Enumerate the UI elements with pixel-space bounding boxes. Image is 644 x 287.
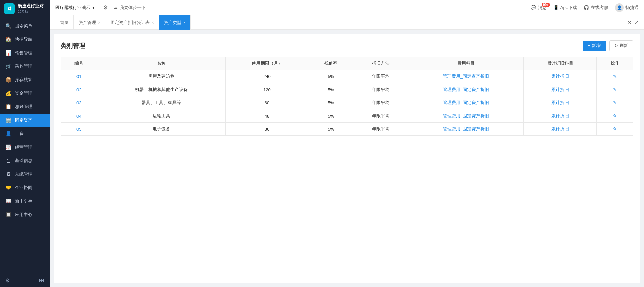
cell-link-0-5[interactable]: 管理费用_固定资产折旧	[443, 74, 489, 79]
td-2-6[interactable]: 累计折旧	[524, 96, 597, 109]
inventory-icon: 📦	[5, 77, 11, 83]
th-4: 折旧方法	[354, 57, 408, 70]
td-3-7[interactable]: ✎	[597, 109, 633, 123]
new-button[interactable]: + 新增	[583, 41, 606, 51]
capital-icon: 💰	[5, 90, 11, 96]
tab-3[interactable]: 资产类型×	[159, 15, 191, 30]
payroll-icon: 👤	[5, 131, 11, 137]
sidebar-item-operations[interactable]: 📈 经营管理	[0, 140, 50, 154]
sidebar-item-system[interactable]: ⚙ 系统管理	[0, 167, 50, 181]
cell-link-3-6[interactable]: 累计折旧	[551, 113, 569, 118]
cell-link-2-0[interactable]: 03	[76, 100, 81, 105]
tabbar: 首页资产管理×固定资产折旧统计表×资产类型× ✕ ⤢	[50, 15, 644, 30]
sidebar-item-label: 销售管理	[15, 50, 32, 56]
sidebar-item-label: 工资	[15, 131, 24, 137]
edit-icon-0[interactable]: ✎	[613, 74, 617, 79]
cell-link-0-6[interactable]: 累计折旧	[551, 74, 569, 79]
tab-1[interactable]: 资产管理×	[74, 15, 105, 30]
sidebar-item-purchase[interactable]: 🛒 采购管理	[0, 60, 50, 73]
experience-btn[interactable]: ☁ 我要体验一下	[113, 5, 146, 11]
collapse-icon[interactable]: ⏮	[39, 278, 44, 284]
sidebar-item-quicknav[interactable]: 🏠 快捷导航	[0, 33, 50, 46]
sidebar-logo: 财 畅捷通好业财 普及版	[0, 0, 50, 18]
td-3-0[interactable]: 04	[61, 109, 97, 123]
sidebar-item-label: 基础信息	[15, 158, 32, 164]
tab-close-3[interactable]: ×	[183, 20, 186, 25]
td-1-0[interactable]: 02	[61, 83, 97, 96]
cell-link-4-5[interactable]: 管理费用_固定资产折旧	[443, 126, 489, 131]
td-4-0[interactable]: 05	[61, 123, 97, 136]
sidebar-item-ledger[interactable]: 📋 总账管理	[0, 100, 50, 114]
cell-link-4-0[interactable]: 05	[76, 127, 81, 132]
sidebar-item-collab[interactable]: 🤝 企业协同	[0, 181, 50, 194]
td-3-6[interactable]: 累计折旧	[524, 109, 597, 123]
td-3-1: 运输工具	[97, 109, 226, 123]
purchase-icon: 🛒	[5, 63, 11, 69]
user-menu[interactable]: 👤 畅捷通	[615, 3, 639, 12]
edit-icon-3[interactable]: ✎	[613, 113, 617, 119]
td-4-5[interactable]: 管理费用_固定资产折旧	[408, 123, 524, 136]
td-1-3: 5%	[308, 83, 354, 96]
expand-window-icon[interactable]: ⤢	[634, 19, 639, 26]
edit-icon-4[interactable]: ✎	[613, 126, 617, 132]
sidebar-item-fixed[interactable]: 🏢 固定资产	[0, 114, 50, 127]
app-download-btn[interactable]: 📱 App下载	[553, 5, 577, 11]
table-row: 01房屋及建筑物2405%年限平均管理费用_固定资产折旧累计折旧✎	[61, 70, 633, 83]
td-4-7[interactable]: ✎	[597, 123, 633, 136]
td-0-7[interactable]: ✎	[597, 70, 633, 83]
td-0-5[interactable]: 管理费用_固定资产折旧	[408, 70, 524, 83]
gear-icon[interactable]: ⚙	[103, 4, 108, 11]
sidebar-item-base[interactable]: 🗂 基础信息	[0, 154, 50, 167]
td-3-5[interactable]: 管理费用_固定资产折旧	[408, 109, 524, 123]
td-4-6[interactable]: 累计折旧	[524, 123, 597, 136]
td-1-5[interactable]: 管理费用_固定资产折旧	[408, 83, 524, 96]
cell-link-3-5[interactable]: 管理费用_固定资产折旧	[443, 113, 489, 118]
sidebar-item-capital[interactable]: 💰 资金管理	[0, 87, 50, 100]
td-1-6[interactable]: 累计折旧	[524, 83, 597, 96]
cell-link-3-0[interactable]: 04	[76, 114, 81, 119]
table-body: 01房屋及建筑物2405%年限平均管理费用_固定资产折旧累计折旧✎02机器、机械…	[61, 70, 633, 136]
table-row: 05电子设备365%年限平均管理费用_固定资产折旧累计折旧✎	[61, 123, 633, 136]
topbar: 医疗器械行业演示 ▾ ⚙ ☁ 我要体验一下 💬 消息 99+ 📱 App下载 🎧…	[50, 0, 644, 15]
tab-close-1[interactable]: ×	[98, 20, 100, 25]
th-5: 费用科目	[408, 57, 524, 70]
phone-icon: 📱	[553, 5, 559, 10]
th-1: 名称	[97, 57, 226, 70]
td-1-7[interactable]: ✎	[597, 83, 633, 96]
tab-0[interactable]: 首页	[55, 15, 74, 30]
tab-2[interactable]: 固定资产折旧统计表×	[105, 15, 159, 30]
td-2-5[interactable]: 管理费用_固定资产折旧	[408, 96, 524, 109]
refresh-button[interactable]: ↻ 刷新	[609, 40, 633, 51]
close-window-icon[interactable]: ✕	[627, 19, 632, 26]
cell-link-0-0[interactable]: 01	[76, 74, 81, 79]
td-4-2: 36	[226, 123, 308, 136]
sidebar-item-sales[interactable]: 📊 销售管理	[0, 46, 50, 60]
cell-link-2-6[interactable]: 累计折旧	[551, 100, 569, 105]
td-0-6[interactable]: 累计折旧	[524, 70, 597, 83]
cell-link-2-5[interactable]: 管理费用_固定资产折旧	[443, 100, 489, 105]
edit-icon-2[interactable]: ✎	[613, 100, 617, 105]
sidebar-item-payroll[interactable]: 👤 工资	[0, 127, 50, 140]
edit-icon-1[interactable]: ✎	[613, 87, 617, 92]
online-service-btn[interactable]: 🎧 在线客服	[584, 5, 608, 11]
cell-link-1-5[interactable]: 管理费用_固定资产折旧	[443, 87, 489, 92]
notifications-btn[interactable]: 💬 消息 99+	[531, 5, 547, 11]
logo-badge: 普及版	[18, 9, 44, 14]
sidebar-item-inventory[interactable]: 📦 库存核算	[0, 73, 50, 87]
td-2-0[interactable]: 03	[61, 96, 97, 109]
cell-link-1-0[interactable]: 02	[76, 87, 81, 92]
sidebar-item-label: 快捷导航	[15, 36, 32, 42]
td-2-7[interactable]: ✎	[597, 96, 633, 109]
cell-link-4-6[interactable]: 累计折旧	[551, 126, 569, 131]
td-0-0[interactable]: 01	[61, 70, 97, 83]
module-selector[interactable]: 医疗器械行业演示 ▾	[55, 5, 95, 11]
sidebar-item-label: 应用中心	[15, 212, 32, 218]
sidebar-item-apps[interactable]: 🔲 应用中心	[0, 208, 50, 221]
topbar-divider	[99, 4, 99, 11]
sidebar-item-guide[interactable]: 📖 新手引导	[0, 194, 50, 208]
tab-close-2[interactable]: ×	[152, 20, 154, 25]
cell-link-1-6[interactable]: 累计折旧	[551, 87, 569, 92]
base-icon: 🗂	[5, 158, 11, 164]
settings-icon[interactable]: ⚙	[5, 277, 10, 284]
sidebar-item-search[interactable]: 🔍 搜索菜单	[0, 19, 50, 33]
